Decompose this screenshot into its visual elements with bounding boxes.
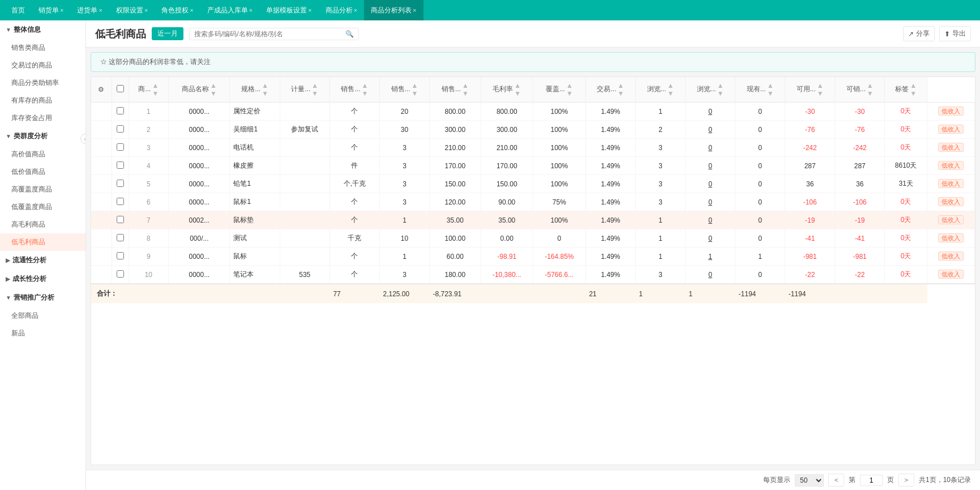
- row-name[interactable]: 鼠标1: [230, 193, 280, 211]
- sidebar-group-marketing[interactable]: ▼ 营销推广分析: [0, 288, 85, 307]
- prev-page-btn[interactable]: ＜: [828, 474, 844, 487]
- sidebar-item-stock-capital[interactable]: 库存资金占用: [0, 109, 85, 127]
- row-name[interactable]: 橡皮擦: [230, 157, 280, 175]
- th-sales-amount[interactable]: 销售...▲▼: [430, 77, 481, 103]
- table-row: 3 0000... 电话机 个 3 210.00 210.00 100% 1.4…: [91, 139, 975, 157]
- nav-close-purchase[interactable]: ×: [99, 7, 102, 14]
- row-browse1[interactable]: 0: [686, 103, 735, 121]
- th-code[interactable]: 商...▲▼: [129, 77, 169, 103]
- row-checkbox[interactable]: [117, 180, 124, 187]
- row-browse1[interactable]: 0: [686, 211, 735, 229]
- sidebar-group-cluster[interactable]: ▼ 类群度分析: [0, 127, 85, 146]
- row-spec: 参加复试: [280, 121, 329, 139]
- nav-home[interactable]: 首页: [5, 0, 32, 20]
- sidebar-item-traded[interactable]: 交易过的商品: [0, 57, 85, 74]
- row-name[interactable]: 测试: [230, 229, 280, 248]
- sidebar-item-category-rate[interactable]: 商品分类助销率: [0, 74, 85, 92]
- nav-close-sales[interactable]: ×: [60, 7, 63, 14]
- th-unit[interactable]: 计量...▲▼: [280, 77, 329, 103]
- row-checkbox[interactable]: [117, 125, 124, 133]
- nav-sales-order[interactable]: 销货单 ×: [32, 0, 70, 20]
- nav-close-template[interactable]: ×: [308, 7, 311, 14]
- th-gross-margin[interactable]: 毛利率▲▼: [481, 77, 533, 103]
- nav-purchase-order[interactable]: 进货单 ×: [70, 0, 109, 20]
- sidebar-group-growth[interactable]: ▶ 成长性分析: [0, 270, 85, 288]
- row-checkbox[interactable]: [117, 143, 124, 151]
- select-all-checkbox[interactable]: [117, 85, 124, 92]
- sidebar-item-high-margin[interactable]: 高毛利商品: [0, 216, 85, 233]
- row-name[interactable]: 铅笔1: [230, 175, 280, 193]
- sidebar-item-high-value[interactable]: 高价值商品: [0, 146, 85, 163]
- next-page-btn[interactable]: ＞: [898, 474, 914, 487]
- nav-close-analysis-list[interactable]: ×: [413, 7, 416, 14]
- row-available: -22: [835, 266, 885, 284]
- sidebar-item-all-products[interactable]: 全部商品: [0, 307, 85, 325]
- row-browse1[interactable]: 0: [686, 266, 735, 284]
- sidebar-item-sales-category[interactable]: 销售类商品: [0, 39, 85, 57]
- row-name[interactable]: 鼠标: [230, 248, 280, 266]
- th-browse2[interactable]: 浏览...▲▼: [686, 77, 735, 103]
- row-browse1[interactable]: 1: [686, 248, 735, 266]
- row-sales-amount: 210.00: [481, 139, 533, 157]
- arrow-growth: ▶: [6, 276, 10, 282]
- row-browse1[interactable]: 0: [686, 229, 735, 248]
- sidebar-item-new-products[interactable]: 新品: [0, 325, 85, 342]
- export-btn[interactable]: ⬆ 导出: [939, 26, 971, 41]
- th-saleable[interactable]: 可销...▲▼: [835, 77, 885, 103]
- th-sales-price[interactable]: 销售...▲▼: [379, 77, 429, 103]
- sidebar-item-low-value[interactable]: 低价值商品: [0, 163, 85, 181]
- row-name[interactable]: 鼠标垫: [230, 211, 280, 229]
- search-box: 🔍: [189, 28, 359, 40]
- sidebar-group-overall[interactable]: ▼ 整体信息: [0, 20, 85, 39]
- row-browse1[interactable]: 0: [686, 193, 735, 211]
- filter-recent-month-btn[interactable]: 近一月: [152, 27, 183, 40]
- nav-product-analysis[interactable]: 商品分析 ×: [319, 0, 364, 20]
- row-checkbox[interactable]: [117, 270, 124, 278]
- row-name[interactable]: 电话机: [230, 139, 280, 157]
- th-available[interactable]: 可用...▲▼: [785, 77, 835, 103]
- sidebar-item-low-coverage[interactable]: 低覆盖度商品: [0, 198, 85, 216]
- sidebar-group-circulation[interactable]: ▶ 流通性分析: [0, 251, 85, 270]
- search-input[interactable]: [194, 30, 345, 38]
- sidebar-item-high-coverage[interactable]: 高覆盖度商品: [0, 181, 85, 198]
- nav-close-product[interactable]: ×: [249, 7, 253, 14]
- row-saleable: 0天: [885, 266, 927, 284]
- row-checkbox[interactable]: [117, 234, 124, 241]
- row-tag: 低收入: [927, 175, 975, 193]
- search-icon[interactable]: 🔍: [345, 30, 354, 38]
- nav-template-settings[interactable]: 单据模板设置 ×: [259, 0, 318, 20]
- sidebar-item-in-stock[interactable]: 有库存的商品: [0, 92, 85, 109]
- th-sales-qty[interactable]: 销售...▲▼: [329, 77, 379, 103]
- per-page-select[interactable]: 50 100 200: [795, 474, 824, 487]
- share-btn[interactable]: ↗ 分享: [903, 26, 935, 41]
- row-checkbox[interactable]: [117, 107, 124, 114]
- th-current-stock[interactable]: 现有...▲▼: [735, 77, 785, 103]
- th-coverage[interactable]: 覆盖...▲▼: [533, 77, 585, 103]
- th-name[interactable]: 商品名称▲▼: [169, 77, 230, 103]
- nav-close-permission[interactable]: ×: [144, 7, 148, 14]
- th-browse1[interactable]: 浏览...▲▼: [635, 77, 685, 103]
- row-checkbox[interactable]: [117, 252, 124, 259]
- th-trade[interactable]: 交易...▲▼: [585, 77, 635, 103]
- nav-product-analysis-list[interactable]: 商品分析列表 ×: [364, 0, 423, 20]
- page-number-input[interactable]: [860, 475, 883, 486]
- row-name[interactable]: 吴细细1: [230, 121, 280, 139]
- row-name[interactable]: 属性定价: [230, 103, 280, 121]
- th-spec[interactable]: 规格...▲▼: [230, 77, 280, 103]
- row-name[interactable]: 笔记本: [230, 266, 280, 284]
- row-checkbox[interactable]: [117, 161, 124, 169]
- nav-permission-settings[interactable]: 权限设置 ×: [109, 0, 155, 20]
- nav-product-storage[interactable]: 产成品入库单 ×: [200, 0, 259, 20]
- th-tag[interactable]: 标签▲▼: [885, 77, 927, 103]
- row-checkbox[interactable]: [117, 216, 124, 223]
- row-browse1[interactable]: 0: [686, 121, 735, 139]
- nav-close-role[interactable]: ×: [190, 7, 193, 14]
- th-settings[interactable]: ⚙: [91, 77, 112, 103]
- nav-close-analysis[interactable]: ×: [354, 7, 357, 14]
- row-browse1[interactable]: 0: [686, 139, 735, 157]
- row-browse1[interactable]: 0: [686, 175, 735, 193]
- row-checkbox[interactable]: [117, 198, 124, 205]
- nav-role-auth[interactable]: 角色授权 ×: [155, 0, 200, 20]
- row-browse1[interactable]: 0: [686, 157, 735, 175]
- sidebar-item-low-margin[interactable]: 低毛利商品: [0, 233, 85, 251]
